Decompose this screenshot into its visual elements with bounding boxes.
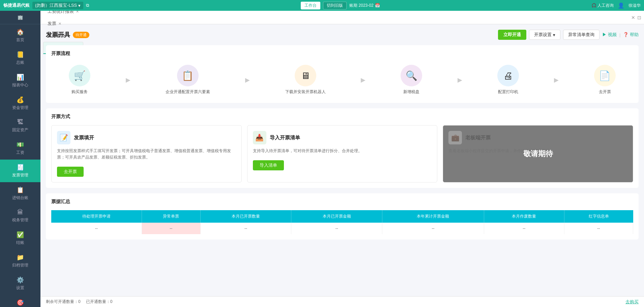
summary-col-2: 本月已开票数量 [200,210,291,223]
page-title-row: 发票开具 待开通 [46,31,89,39]
process-step-make-invoice[interactable]: 📄 去开票 [594,65,616,95]
summary-section: 票据汇总 待处理开票申请异常单票本月已开票数量本月已开票金额本年累计开票金额本月… [46,193,639,240]
buy-link[interactable]: 去购买 [625,299,639,305]
process-step-download-robot[interactable]: 🖥 下载并安装开票机器人 [285,65,326,95]
old-version-button[interactable]: 切到旧版 [323,2,347,9]
archive-icon: 📁 [17,254,24,261]
summary-table: 待处理开票申请异常单票本月已开票数量本月已开票金额本年累计开票金额本月作废数量红… [51,210,633,234]
reports-icon: 📊 [17,74,24,81]
sidebar-item-funds[interactable]: 💰资金管理 [0,92,40,115]
method-desc: 支持按照发票样式手工填写开发票；可开具增值税电子普通发票、增值税普通发票、增值税… [57,148,236,161]
sidebar-item-invoice[interactable]: 🧾发票管理 [0,160,40,182]
method-title: 老板端开票 [465,135,491,141]
sidebar: 🏢 🏠首页📒总账📊报表中心💰资金管理🏗固定资产💵工资🧾发票管理📋进销台账🏛税务管… [0,11,40,307]
method-action-button[interactable]: 导入清单 [253,160,284,170]
process-step-config-printer[interactable]: 🖨 配置打印机 [497,65,519,95]
process-step-add-taxdisk[interactable]: 🔍 新增税盘 [401,65,422,95]
workspace-button[interactable]: 工作台 [301,2,320,9]
method-action-button[interactable]: 去开票 [57,167,84,177]
process-step-enterprise-setup[interactable]: 📋 企业开通配置开票六要素 [166,65,210,95]
divider: | [619,32,620,37]
summary-cell-1: -- [142,223,200,234]
process-label: 新增税盘 [403,89,419,95]
page-header: 发票开具 待开通 立即开通 开票设置 ▾ 异常清单查询 ▶ 视频 | [46,30,639,40]
process-arrow: ▶ [245,76,250,84]
sidebar-item-home[interactable]: 🏠首页 [0,24,40,47]
chevron-down-icon: ▾ [553,32,555,37]
manual-method-icon: 📝 [57,131,70,144]
home-icon: 🏠 [17,28,24,36]
methods-section-title: 开票方式 [51,114,633,120]
sidebar-item-ledger[interactable]: 📒总账 [0,47,40,69]
sidebar-item-salary[interactable]: 💵工资 [0,137,40,160]
sidebar-label: 首页 [16,37,24,43]
buy-service-icon: 🛒 [69,65,90,86]
make-invoice-icon: 📄 [594,65,616,86]
process-label: 去开票 [599,89,611,95]
summary-col-3: 本月已开票金额 [291,210,382,223]
video-button[interactable]: ▶ 视频 [602,32,617,38]
process-arrow: ▶ [554,76,559,84]
sidebar-item-guide[interactable]: 🎯新手引导 [0,295,40,307]
summary-col-5: 本月作废数量 [484,210,564,223]
summary-col-1: 异常单票 [142,210,200,223]
tab-close-icon[interactable]: ✕ [76,11,79,14]
copy-icon[interactable]: ⧉ [86,3,89,8]
sidebar-item-settlement[interactable]: ✅结账 [0,227,40,250]
tab-payroll-report[interactable]: 工资统计报表✕ [43,11,83,18]
funds-icon: 💰 [17,96,24,104]
method-card-manual: 📝 发票填开 支持按照发票样式手工填写开发票；可开具增值税电子普通发票、增值税普… [51,125,242,183]
sidebar-item-settings[interactable]: ⚙️设置 [0,272,40,295]
guide-icon: 🎯 [17,299,24,306]
sidebar-label: 资金管理 [12,105,28,111]
help-icon: ❓ [623,32,628,37]
boss-method-icon: 💼 [448,131,462,144]
method-header: 📥 导入开票清单 [253,131,432,144]
remaining-count: 剩余可开通数量：0 [46,299,81,305]
calendar-icon[interactable]: 📅 [375,3,380,8]
abnormal-query-button[interactable]: 异常清单查询 [563,30,599,40]
process-flow: 🛒 购买服务 ▶ 📋 企业开通配置开票六要素 ▶ 🖥 下载并安装开票机器人 ▶ … [51,62,633,97]
company-name: (勿删）江西服宝-LSS [35,2,77,8]
process-section: 开票流程 🛒 购买服务 ▶ 📋 企业开通配置开票六要素 ▶ 🖥 下载并安装开票机… [46,45,639,103]
page-content: 发票开具 待开通 立即开通 开票设置 ▾ 异常清单查询 ▶ 视频 | [40,24,644,296]
tab-label: 工资统计报表 [48,11,74,15]
sidebar-item-archive[interactable]: 📁归档管理 [0,250,40,272]
support-link[interactable]: 🎧 人工咨询 [591,3,614,8]
sidebar-item-assets[interactable]: 🏗固定资产 [0,115,40,137]
restore-tab-button[interactable]: ⊡ [637,15,641,20]
settings-icon: ⚙️ [17,276,24,284]
sidebar-logo: 🏢 [0,11,40,24]
ledger-icon: 📒 [17,51,24,58]
period-value: 2023-02 [359,3,374,8]
summary-cell-4: -- [382,223,484,234]
process-step-buy-service[interactable]: 🛒 购买服务 [69,65,90,95]
open-settings-button[interactable]: 开票设置 ▾ [529,30,560,40]
bottom-bar: 剩余可开通数量：0 已开通数量：0 去购买 [40,296,644,307]
status-badge: 待开通 [73,32,89,38]
method-header: 💼 老板端开票 [448,131,627,144]
methods-row: 📝 发票填开 支持按照发票样式手工填写开发票；可开具增值税电子普通发票、增值税普… [51,125,633,183]
open-now-button[interactable]: 立即开通 [498,30,526,40]
method-card-import: 📥 导入开票清单 支持导入待开票清单，可对待开票清单进行拆分、合并处理。 导入清… [247,125,438,183]
summary-cell-0: -- [51,223,142,234]
overlay-text: 敬请期待 [523,149,553,159]
sidebar-item-reports[interactable]: 📊报表中心 [0,69,40,92]
help-button[interactable]: ❓ 帮助 [623,32,639,38]
process-label: 配置打印机 [498,89,518,95]
process-label: 购买服务 [71,89,88,95]
add-taxdisk-icon: 🔍 [401,65,422,86]
period-selector[interactable]: 账期 2023-02 📅 [349,3,380,8]
close-tab-button[interactable]: ✕ [631,15,635,20]
sidebar-label: 归档管理 [12,262,28,268]
process-label: 下载并安装开票机器人 [285,89,326,95]
play-icon: ▶ [602,32,607,37]
avatar: 👤 [618,2,624,9]
sidebar-item-purchase[interactable]: 📋进销台账 [0,182,40,205]
main-layout: 🏢 🏠首页📒总账📊报表中心💰资金管理🏗固定资产💵工资🧾发票管理📋进销台账🏛税务管… [0,11,644,307]
sidebar-item-tax[interactable]: 🏛税务管理 [0,205,40,227]
import-method-icon: 📥 [253,131,266,144]
company-selector[interactable]: (勿删）江西服宝-LSS ▾ [32,2,83,9]
app-logo: 畅捷通易代账 [3,2,30,8]
summary-cell-6: -- [564,223,633,234]
